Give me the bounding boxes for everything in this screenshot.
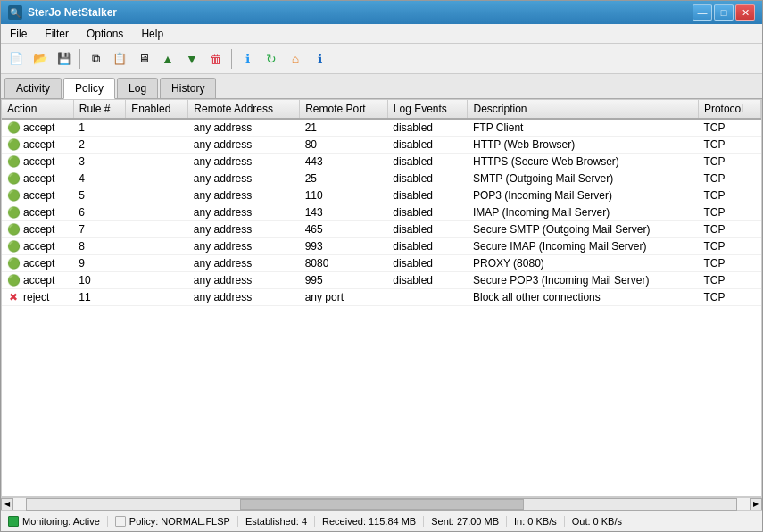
table-row[interactable]: 🟢 accept 9any address8080disabledPROXY (…: [2, 255, 761, 272]
cell-remote-port: 443: [300, 154, 388, 170]
cell-protocol: TCP: [698, 187, 760, 204]
table-row[interactable]: 🟢 accept 7any address465disabledSecure S…: [2, 221, 761, 238]
cell-rule: 5: [73, 187, 126, 204]
policy-table: Action Rule # Enabled Remote Address Rem…: [2, 100, 761, 306]
action-label: accept: [23, 240, 54, 253]
cell-rule: 1: [73, 119, 126, 137]
maximize-button[interactable]: □: [714, 4, 734, 21]
window-title: SterJo NetStalker: [28, 6, 117, 19]
status-established: Established: 4: [238, 516, 315, 527]
cell-rule: 7: [73, 221, 126, 238]
table-row[interactable]: ✖ reject 11any addressany portBlock all …: [2, 289, 761, 306]
save-button[interactable]: 💾: [53, 47, 76, 71]
reject-icon: ✖: [7, 291, 20, 303]
cell-log-events: disabled: [387, 255, 468, 272]
accept-icon: 🟢: [7, 206, 20, 219]
open-button[interactable]: 📂: [29, 47, 52, 71]
tab-history[interactable]: History: [160, 78, 216, 98]
title-bar-left: 🔍 SterJo NetStalker: [8, 5, 117, 20]
table-row[interactable]: 🟢 accept 1any address21disabledFTP Clien…: [2, 119, 761, 137]
cell-remote-port: 143: [300, 204, 388, 221]
cell-remote-address: any address: [188, 289, 300, 306]
accept-icon: 🟢: [7, 223, 20, 236]
cell-description: HTTPS (Secure Web Browser): [468, 154, 698, 170]
tab-activity[interactable]: Activity: [4, 78, 62, 98]
col-description: Description: [468, 100, 698, 119]
cell-enabled: [126, 204, 188, 221]
table-row[interactable]: 🟢 accept 8any address993disabledSecure I…: [2, 238, 761, 255]
cell-remote-address: any address: [188, 137, 300, 154]
col-rule: Rule #: [73, 100, 126, 119]
accept-icon: 🟢: [7, 138, 20, 151]
scrollbar-thumb[interactable]: [240, 499, 524, 510]
cell-log-events: disabled: [387, 137, 468, 154]
action-label: accept: [23, 257, 54, 270]
cell-action: 🟢 accept: [2, 272, 73, 289]
accept-icon: 🟢: [7, 155, 20, 168]
cell-log-events: disabled: [387, 238, 468, 255]
up-button[interactable]: ▲: [156, 47, 179, 71]
scrollbar-area: ◀ ▶: [1, 497, 762, 510]
cell-remote-port: 21: [300, 119, 388, 137]
status-sent: Sent: 27.00 MB: [424, 516, 507, 527]
cell-remote-address: any address: [188, 187, 300, 204]
accept-icon: 🟢: [7, 257, 20, 270]
minimize-button[interactable]: —: [693, 4, 712, 21]
tab-log[interactable]: Log: [117, 78, 158, 98]
col-log-events: Log Events: [387, 100, 468, 119]
new-button[interactable]: 📄: [4, 47, 28, 71]
action-label: accept: [23, 189, 54, 202]
tab-policy[interactable]: Policy: [63, 78, 115, 99]
policy-table-container: Action Rule # Enabled Remote Address Rem…: [1, 99, 762, 497]
cell-description: Secure POP3 (Incoming Mail Server): [468, 272, 698, 289]
table-row[interactable]: 🟢 accept 10any address995disabledSecure …: [2, 272, 761, 289]
table-row[interactable]: 🟢 accept 3any address443disabledHTTPS (S…: [2, 154, 761, 170]
help-button[interactable]: ℹ: [308, 47, 331, 71]
status-policy: Policy: NORMAL.FLSP: [108, 516, 238, 527]
scroll-left-button[interactable]: ◀: [1, 498, 13, 511]
close-button[interactable]: ✕: [735, 4, 755, 21]
down-button[interactable]: ▼: [180, 47, 203, 71]
table-row[interactable]: 🟢 accept 2any address80disabledHTTP (Web…: [2, 137, 761, 154]
cell-enabled: [126, 154, 188, 170]
copy-button[interactable]: ⧉: [84, 47, 107, 71]
cell-description: Secure SMTP (Outgoing Mail Server): [468, 221, 698, 238]
cell-action: 🟢 accept: [2, 137, 73, 154]
cell-protocol: TCP: [698, 170, 760, 187]
home-button[interactable]: ⌂: [284, 47, 307, 71]
delete-button[interactable]: 🗑: [204, 47, 228, 71]
cell-log-events: disabled: [387, 187, 468, 204]
toolbar: 📄 📂 💾 ⧉ 📋 🖥 ▲ ▼ 🗑 ℹ ↻ ⌂ ℹ: [1, 44, 762, 74]
cell-description: HTTP (Web Browser): [468, 137, 698, 154]
main-window: 🔍 SterJo NetStalker — □ ✕ File Filter Op…: [0, 0, 763, 532]
table-row[interactable]: 🟢 accept 5any address110disabledPOP3 (In…: [2, 187, 761, 204]
menu-filter[interactable]: Filter: [36, 26, 78, 41]
cell-action: 🟢 accept: [2, 170, 73, 187]
menu-file[interactable]: File: [1, 26, 36, 41]
scroll-right-button[interactable]: ▶: [750, 498, 762, 511]
action-label: accept: [23, 121, 54, 134]
action-label: accept: [23, 155, 54, 168]
cell-description: FTP Client: [468, 119, 698, 137]
paste-button[interactable]: 📋: [108, 47, 131, 71]
action-label: accept: [23, 206, 54, 219]
cell-action: 🟢 accept: [2, 204, 73, 221]
cell-log-events: disabled: [387, 170, 468, 187]
table-row[interactable]: 🟢 accept 4any address25disabledSMTP (Out…: [2, 170, 761, 187]
accept-icon: 🟢: [7, 121, 20, 134]
menu-options[interactable]: Options: [78, 26, 132, 41]
menu-help[interactable]: Help: [132, 26, 172, 41]
col-protocol: Protocol: [698, 100, 760, 119]
cell-description: PROXY (8080): [468, 255, 698, 272]
screen-button[interactable]: 🖥: [132, 47, 155, 71]
cell-rule: 8: [73, 238, 126, 255]
cell-protocol: TCP: [698, 119, 760, 137]
info-button[interactable]: ℹ: [236, 47, 259, 71]
refresh-button[interactable]: ↻: [260, 47, 283, 71]
horizontal-scrollbar[interactable]: [26, 498, 737, 511]
table-row[interactable]: 🟢 accept 6any address143disabledIMAP (In…: [2, 204, 761, 221]
accept-icon: 🟢: [7, 189, 20, 202]
accept-icon: 🟢: [7, 274, 20, 287]
cell-description: IMAP (Incoming Mail Server): [468, 204, 698, 221]
cell-enabled: [126, 255, 188, 272]
